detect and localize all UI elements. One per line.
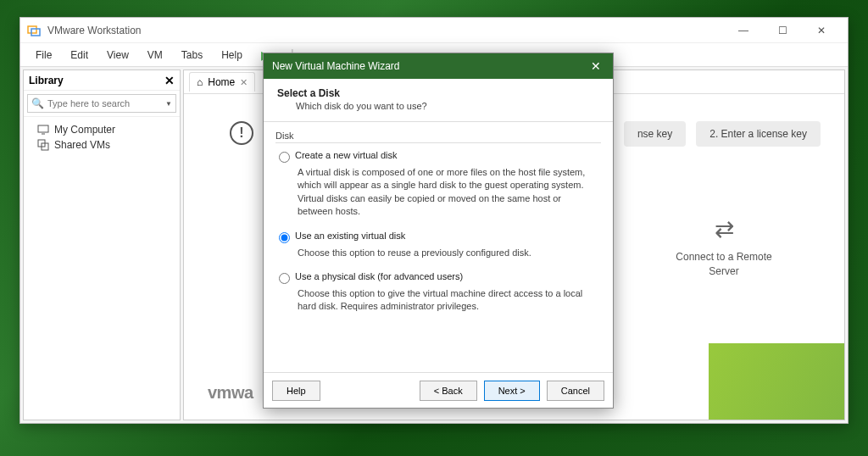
disk-group-label: Disk [275,131,601,141]
remote-tile-label: Connect to a Remote Server [673,250,775,279]
library-item-my-computer[interactable]: My Computer [27,122,176,137]
minimize-button[interactable]: — [724,18,763,43]
menu-vm[interactable]: VM [139,46,171,64]
dialog-header: Select a Disk Which disk do you want to … [264,79,613,122]
new-vm-wizard-dialog: New Virtual Machine Wizard ✕ Select a Di… [263,53,614,409]
library-item-label: My Computer [54,124,115,136]
cancel-button[interactable]: Cancel [547,381,604,401]
dialog-titlebar: New Virtual Machine Wizard ✕ [264,53,613,79]
radio-create-new-disk-desc: A virtual disk is composed of one or mor… [298,166,598,219]
library-item-label: Shared VMs [54,139,110,151]
radio-existing-disk[interactable]: Use an existing virtual disk [279,231,598,243]
radio-existing-disk-input[interactable] [279,232,290,243]
radio-physical-disk-desc: Choose this option to give the virtual m… [298,287,598,314]
home-icon: ⌂ [197,76,203,88]
disk-group-box: Create a new virtual disk A virtual disk… [275,142,601,329]
svg-rect-1 [31,29,40,36]
shared-icon [37,139,49,151]
library-title: Library [29,75,64,86]
maximize-button[interactable]: ☐ [763,18,802,43]
search-dropdown-icon[interactable]: ▼ [165,100,172,108]
dialog-subheading: Which disk do you want to use? [296,101,599,111]
menu-file[interactable]: File [27,46,60,64]
menu-tabs[interactable]: Tabs [173,46,211,64]
monitor-icon [37,124,49,136]
radio-create-new-disk[interactable]: Create a new virtual disk [279,150,598,163]
window-controls: — ☐ ✕ [724,18,841,43]
radio-label: Create a new virtual disk [295,150,397,160]
titlebar: VMware Workstation — ☐ ✕ [20,18,848,43]
next-button[interactable]: Next > [484,381,540,401]
radio-existing-disk-desc: Choose this option to reuse a previously… [298,247,598,259]
dialog-footer: Help < Back Next > Cancel [264,372,613,408]
right-buttons: nse key 2. Enter a license key [624,121,821,147]
close-button[interactable]: ✕ [802,18,841,43]
alert-icon: ! [230,121,253,145]
library-item-shared-vms[interactable]: Shared VMs [27,137,176,153]
library-header: Library ✕ [24,70,180,91]
tab-home[interactable]: ⌂ Home ✕ [189,72,255,92]
radio-label: Use an existing virtual disk [295,231,405,241]
vmware-logo: vmwa [208,383,253,403]
dialog-body: Disk Create a new virtual disk A virtual… [264,122,613,372]
svg-rect-0 [28,26,36,33]
back-button[interactable]: < Back [420,381,477,401]
dialog-close-button[interactable]: ✕ [587,58,604,75]
dialog-title: New Virtual Machine Wizard [272,60,400,72]
license-key-button-partial[interactable]: nse key [624,121,686,147]
search-input[interactable] [47,98,165,108]
app-title: VMware Workstation [47,25,724,36]
dialog-heading: Select a Disk [277,87,599,99]
enter-license-key-button[interactable]: 2. Enter a license key [696,121,821,147]
help-button[interactable]: Help [272,381,320,401]
radio-physical-disk-input[interactable] [279,273,290,284]
tab-label: Home [208,76,235,88]
radio-label: Use a physical disk (for advanced users) [295,271,463,281]
radio-create-new-disk-input[interactable] [279,152,290,163]
app-icon [27,24,41,37]
library-search-box[interactable]: 🔍 ▼ [27,94,176,113]
tab-close-button[interactable]: ✕ [240,77,248,88]
radio-physical-disk[interactable]: Use a physical disk (for advanced users) [279,271,598,284]
menu-view[interactable]: View [98,46,137,64]
menu-edit[interactable]: Edit [62,46,97,64]
library-close-button[interactable]: ✕ [164,74,175,87]
arrows-icon: ⇄ [715,215,734,243]
menu-help[interactable]: Help [213,46,251,64]
search-icon: 🔍 [31,97,44,109]
remote-server-tile[interactable]: ⇄ Connect to a Remote Server [673,196,775,298]
library-items: My Computer Shared VMs [24,117,180,158]
library-search-row: 🔍 ▼ [24,91,180,117]
library-panel: Library ✕ 🔍 ▼ My Computer Shared VMs [23,70,181,420]
green-corner-decoration [709,343,844,420]
svg-rect-2 [38,125,48,132]
